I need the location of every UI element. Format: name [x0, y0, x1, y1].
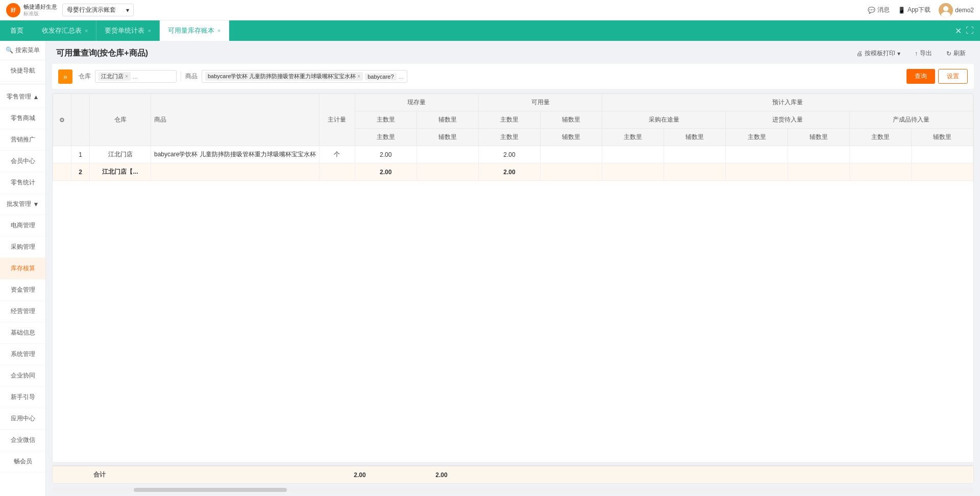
col-main-unit-header: 主计量	[319, 94, 355, 146]
print-btn[interactable]: 🖨 按模板打印 ▾	[852, 47, 904, 60]
subtotal-product	[151, 163, 320, 181]
col-no	[71, 94, 90, 146]
col-planned-inbound-group: 预计入库量	[602, 94, 973, 111]
available-aux-header: 辅数里	[541, 111, 602, 129]
col-settings[interactable]: ⚙	[53, 94, 71, 146]
sidebar-item-enterprise-wechat[interactable]: 企业微信	[0, 430, 45, 451]
pr-aux: 辅数里	[911, 129, 973, 146]
incoming-group-header: 进货待入量	[726, 111, 849, 129]
sidebar-item-app-center[interactable]: 应用中心	[0, 408, 45, 430]
row1-pr-main	[849, 146, 911, 163]
subtotal-pr-aux	[911, 163, 973, 181]
sidebar-item-system[interactable]: 系统管理	[0, 344, 45, 365]
filter-row: 仓库 江北门店 × ... 商品 babycare学饮杯 儿童防摔防撞吸管杯重力…	[79, 70, 900, 83]
cs-main2: 主数里	[355, 129, 416, 146]
print-icon: 🖨	[856, 50, 863, 57]
tab-yaohuo[interactable]: 要货单统计表 ×	[96, 20, 159, 41]
subtotal-in-aux	[788, 163, 849, 181]
page-header: 可用量查询(按仓库+商品) 🖨 按模板打印 ▾ ↑ 导出 ↻ 刷新	[46, 41, 980, 64]
subtotal-row: 2 江北门店【... 2.00 2.00	[53, 163, 973, 181]
sidebar-item-retail-mgmt[interactable]: 零售管理 ▲	[0, 86, 45, 108]
sidebar-item-marketing[interactable]: 营销推广	[0, 129, 45, 151]
col-product-header: 商品	[151, 94, 320, 146]
tab2-close-icon[interactable]: ×	[148, 28, 151, 34]
tab-home[interactable]: 首页	[0, 20, 34, 41]
av-main2: 主数里	[478, 129, 540, 146]
sidebar-item-member[interactable]: 畅会员	[0, 451, 45, 473]
total-label: 合计	[89, 470, 151, 479]
refresh-btn[interactable]: ↻ 刷新	[942, 47, 970, 60]
message-btn[interactable]: 💬 消息	[868, 6, 890, 14]
logo-area: 好 畅捷通好生意 标准版	[6, 3, 57, 17]
close-window-icon[interactable]: ✕	[955, 26, 962, 36]
sidebar-item-inventory[interactable]: 库存核算	[0, 258, 45, 279]
product-tag-close[interactable]: ×	[357, 74, 360, 79]
subtotal-pu-aux	[664, 163, 726, 181]
product-tag2: babycare?	[365, 73, 396, 80]
sidebar-item-member-center[interactable]: 会员中心	[0, 151, 45, 172]
pu-aux: 辅数里	[664, 129, 726, 146]
table-row: 1 江北门店 babycare学饮杯 儿童防摔防撞吸管杯重力球吸嘴杯宝宝水杯 个…	[53, 146, 973, 163]
pu-main: 主数里	[602, 129, 664, 146]
subtotal-no: 2	[71, 163, 90, 181]
subtotal-current-aux	[416, 163, 478, 181]
row1-pu-main	[602, 146, 664, 163]
tab3-close-icon[interactable]: ×	[217, 28, 220, 34]
available-main-header: 主数里	[478, 111, 540, 129]
sidebar-item-wholesale[interactable]: 批发管理 ▼	[0, 194, 45, 215]
tab1-close-icon[interactable]: ×	[85, 28, 88, 34]
filter-area: » 仓库 江北门店 × ... 商品 babycare学饮杯 儿童防摔防撞吸管杯…	[52, 64, 974, 89]
scrollbar-track	[52, 488, 974, 492]
settings-button[interactable]: 设置	[938, 69, 968, 84]
sidebar-item-enterprise-collab[interactable]: 企业协同	[0, 365, 45, 387]
search-icon: 🔍	[6, 46, 13, 54]
table-container[interactable]: ⚙ 仓库 商品 主计量 现存量 可用量 预计入库量 主数里 辅数里 主数里 辅数…	[52, 93, 974, 463]
top-bar-right: 💬 消息 📱 App下载 demo2	[868, 3, 974, 17]
maximize-icon[interactable]: ⛶	[966, 26, 974, 35]
warehouse-tag-close[interactable]: ×	[125, 74, 128, 79]
export-btn[interactable]: ↑ 导出	[911, 47, 936, 60]
sidebar-item-quick-nav[interactable]: 快捷导航	[0, 60, 45, 82]
col-available-group: 可用量	[478, 94, 602, 111]
filter-toggle-btn[interactable]: »	[58, 69, 72, 84]
warehouse-tag: 江北门店 ×	[99, 72, 131, 81]
sidebar-item-finance[interactable]: 资金管理	[0, 279, 45, 301]
user-avatar-area[interactable]: demo2	[939, 3, 974, 17]
row1-unit: 个	[319, 146, 355, 163]
top-bar: 好 畅捷通好生意 标准版 母婴行业演示账套 ▾ 💬 消息 📱 App下载 dem…	[0, 0, 980, 20]
avatar	[939, 3, 953, 17]
product-input[interactable]: babycare学饮杯 儿童防摔防撞吸管杯重力球吸嘴杯宝宝水杯 × babyca…	[202, 70, 407, 83]
purchase-group-header: 采购在途量	[602, 111, 726, 129]
sidebar-item-retail-mall[interactable]: 零售商城	[0, 108, 45, 129]
production-group-header: 产成品待入量	[849, 111, 973, 129]
tab-kuyongliang[interactable]: 可用量库存账本 ×	[160, 20, 229, 41]
total-available-main: 2.00	[421, 471, 462, 479]
sidebar-item-basics[interactable]: 基础信息	[0, 322, 45, 344]
chevron-icon: ▲	[33, 93, 39, 101]
sidebar-item-retail-stats[interactable]: 零售统计	[0, 172, 45, 194]
subtotal-pr-main	[849, 163, 911, 181]
row1-available-main: 2.00	[478, 146, 540, 163]
tab-shoufacun[interactable]: 收发存汇总表 ×	[34, 20, 96, 41]
subtotal-available-main: 2.00	[478, 163, 540, 181]
in-aux: 辅数里	[788, 129, 849, 146]
app-download-btn[interactable]: 📱 App下载	[898, 6, 930, 14]
cs-aux2: 辅数里	[416, 129, 478, 146]
logo-icon: 好	[6, 3, 20, 17]
sidebar-item-new-guide[interactable]: 新手引导	[0, 387, 45, 408]
chevron-down-icon: ▾	[126, 7, 129, 14]
sidebar-search[interactable]: 🔍 搜索菜单	[0, 41, 45, 60]
query-button[interactable]: 查询	[906, 69, 935, 84]
industry-selector[interactable]: 母婴行业演示账套 ▾	[62, 4, 134, 16]
warehouse-input[interactable]: 江北门店 × ...	[95, 70, 177, 83]
in-main: 主数里	[726, 129, 788, 146]
row1-current-aux	[416, 146, 478, 163]
filter-separator1	[181, 72, 181, 82]
sidebar-item-operations[interactable]: 经营管理	[0, 301, 45, 322]
logo-text: 畅捷通好生意 标准版	[23, 3, 57, 17]
sidebar-item-purchase[interactable]: 采购管理	[0, 237, 45, 258]
scrollbar-container	[52, 488, 974, 492]
pr-main: 主数里	[849, 129, 911, 146]
scrollbar-thumb[interactable]	[134, 488, 287, 492]
sidebar-item-ecommerce[interactable]: 电商管理	[0, 215, 45, 237]
